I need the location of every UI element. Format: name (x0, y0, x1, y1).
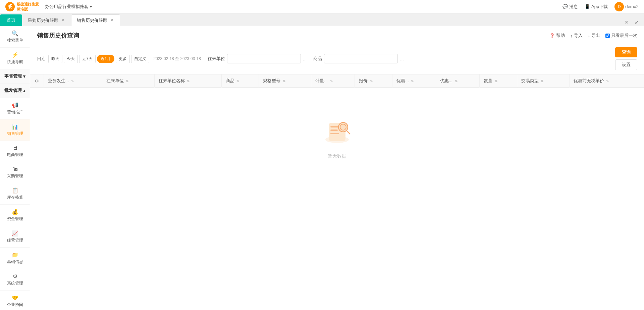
sort-arrows-quoted-price: ⇅ (370, 79, 373, 83)
help-button[interactable]: ❓ 帮助 (549, 33, 565, 39)
date-btn-custom[interactable]: 自定义 (131, 55, 149, 63)
sidebar-item-inventory[interactable]: 📋 库存核算 (0, 183, 30, 205)
date-filter-group: 日期 昨天 今天 近7天 近1月 更多 自定义 2023-02-18 至 202… (37, 55, 201, 63)
only-last-checkbox[interactable] (605, 34, 610, 38)
export-button[interactable]: ↓ 导出 (588, 33, 600, 39)
purchase-icon: 🛍 (12, 166, 18, 172)
tab-close-purchase[interactable]: ✕ (60, 17, 65, 23)
partner-dots[interactable]: ... (303, 56, 307, 61)
sort-arrows-quantity: ⇅ (495, 79, 497, 83)
close-tab-button[interactable]: ✕ (623, 18, 631, 26)
app-download-button[interactable]: 📱 App下载 (585, 4, 608, 10)
col-header-quoted-price[interactable]: 报价 ⇅ (355, 74, 392, 88)
sort-arrows-spec: ⇅ (283, 79, 285, 83)
message-button[interactable]: 💬 消息 (562, 4, 578, 10)
date-btn-last7days[interactable]: 近7天 (79, 55, 96, 63)
sidebar-item-operations[interactable]: 📈 经营管理 (0, 226, 30, 248)
tab-sales-history[interactable]: 销售历史价跟踪 ✕ (71, 14, 120, 26)
sidebar-item-sales-mgmt[interactable]: 📊 销售管理 (0, 119, 30, 141)
date-range-text: 2023-02-18 至 2023-03-18 (153, 56, 201, 62)
logo-area: 畅 畅捷通好生意 标准版 (5, 2, 39, 11)
operations-icon: 📈 (12, 230, 18, 237)
message-icon: 💬 (562, 4, 568, 9)
sidebar-item-quick-nav[interactable]: ⚡ 快捷导航 (0, 48, 30, 69)
product-dots[interactable]: ... (400, 56, 404, 61)
quick-nav-icon: ⚡ (12, 52, 18, 58)
header-right: 💬 消息 📱 App下载 D demo2 (562, 2, 639, 11)
sort-arrows-biz-date: ⇅ (71, 79, 74, 83)
product-input[interactable] (324, 54, 398, 63)
col-header-partner-name[interactable]: 往来单位名称 ⇅ (154, 74, 221, 88)
query-button[interactable]: 查询 (615, 47, 637, 57)
account-selector[interactable]: 办公用品行业模拟账套 ▾ (42, 2, 95, 11)
col-header-discount2[interactable]: 优惠... ⇅ (436, 74, 480, 88)
collab-icon: 🤝 (12, 295, 18, 301)
import-button[interactable]: ↑ 导入 (570, 33, 583, 39)
inventory-icon: 📋 (12, 187, 18, 194)
sidebar-item-finance[interactable]: 💰 资金管理 (0, 205, 30, 226)
sidebar-item-ecommerce[interactable]: 🖥 电商管理 (0, 141, 30, 162)
phone-icon: 📱 (585, 4, 590, 9)
main-layout: 🔍 搜索菜单 ⚡ 快捷导航 零售管理 ▾ 批发管理 ▴ 📢 营销推广 📊 销售管… (0, 26, 644, 310)
sidebar-item-wholesale-mgmt[interactable]: 批发管理 ▴ (0, 84, 30, 98)
date-btn-more[interactable]: 更多 (116, 55, 130, 63)
date-btn-yesterday[interactable]: 昨天 (48, 55, 62, 63)
sort-arrows-discount2: ⇅ (455, 79, 458, 83)
col-header-settings[interactable]: ⚙ (30, 74, 44, 88)
product-filter-group: 商品 ... (313, 54, 404, 63)
content-area: 销售历史价查询 ❓ 帮助 ↑ 导入 ↓ 导出 (30, 26, 644, 310)
sort-arrows-pretax-price: ⇅ (606, 79, 609, 83)
sidebar-item-system-mgmt[interactable]: ⚙ 系统管理 (0, 269, 30, 291)
logo-icon: 畅 (5, 2, 15, 11)
sort-arrows-product: ⇅ (236, 79, 239, 83)
sidebar-item-purchase-mgmt[interactable]: 🛍 采购管理 (0, 162, 30, 183)
product-label: 商品 (313, 56, 322, 62)
svg-rect-3 (330, 130, 338, 131)
tab-home[interactable]: 首页 (0, 14, 22, 26)
chevron-down-icon: ▾ (23, 74, 25, 79)
partner-label: 往来单位 (208, 56, 225, 62)
empty-text: 暂无数据 (328, 153, 346, 159)
page-container: 销售历史价查询 ❓ 帮助 ↑ 导入 ↓ 导出 (30, 26, 644, 310)
sidebar-item-marketing[interactable]: 📢 营销推广 (0, 98, 30, 119)
help-icon: ❓ (549, 33, 555, 38)
tab-bar-right: ✕ ⤢ (619, 18, 644, 26)
chevron-up-icon: ▴ (23, 88, 25, 93)
col-header-quantity[interactable]: 数量 ⇅ (480, 74, 517, 88)
date-btn-last1month[interactable]: 近1月 (97, 55, 115, 63)
page-header: 销售历史价查询 ❓ 帮助 ↑ 导入 ↓ 导出 (30, 26, 644, 43)
avatar: D (614, 2, 624, 11)
col-header-unit[interactable]: 计量... ⇅ (311, 74, 355, 88)
sidebar-item-enterprise-collab[interactable]: 🤝 企业协同 (0, 291, 30, 310)
col-header-trade-type[interactable]: 交易类型 ⇅ (517, 74, 569, 88)
marketing-icon: 📢 (12, 102, 18, 108)
sidebar-item-retail-mgmt[interactable]: 零售管理 ▾ (0, 69, 30, 84)
maximize-tab-button[interactable]: ⤢ (633, 18, 641, 26)
settings-button[interactable]: 设置 (615, 59, 637, 70)
partner-filter-group: 往来单位 ... (208, 54, 307, 63)
system-icon: ⚙ (13, 273, 17, 279)
tab-close-sales[interactable]: ✕ (109, 17, 114, 23)
date-label: 日期 (37, 56, 46, 62)
col-header-spec[interactable]: 规格型号 ⇅ (259, 74, 311, 88)
col-header-pretax-price[interactable]: 优惠前无税单价 ⇅ (569, 74, 644, 88)
col-header-product[interactable]: 商品 ⇅ (221, 74, 259, 88)
sidebar-item-search-menu[interactable]: 🔍 搜索菜单 (0, 26, 30, 48)
table-header: ⚙ 业务发生... ⇅ 往来单位 ⇅ 往来单位名称 (30, 74, 644, 88)
table-container: ⚙ 业务发生... ⇅ 往来单位 ⇅ 往来单位名称 (30, 74, 644, 310)
empty-state: 暂无数据 (30, 88, 644, 186)
sidebar-item-basic-info[interactable]: 📁 基础信息 (0, 248, 30, 269)
basic-info-icon: 📁 (12, 252, 18, 258)
col-header-partner-code[interactable]: 往来单位 ⇅ (102, 74, 154, 88)
only-last-checkbox-label[interactable]: 只看最后一次 (605, 33, 637, 39)
header-left: 畅 畅捷通好生意 标准版 办公用品行业模拟账套 ▾ (5, 2, 95, 11)
tab-purchase-history[interactable]: 采购历史价跟踪 ✕ (22, 14, 71, 26)
partner-input[interactable] (227, 54, 301, 63)
date-btn-today[interactable]: 今天 (64, 55, 78, 63)
col-header-discount1[interactable]: 优惠... ⇅ (392, 74, 436, 88)
svg-line-6 (346, 131, 350, 134)
col-header-biz-date[interactable]: 业务发生... ⇅ (44, 74, 102, 88)
sales-icon: 📊 (12, 123, 18, 130)
svg-rect-4 (330, 133, 339, 134)
user-profile[interactable]: D demo2 (614, 2, 639, 11)
